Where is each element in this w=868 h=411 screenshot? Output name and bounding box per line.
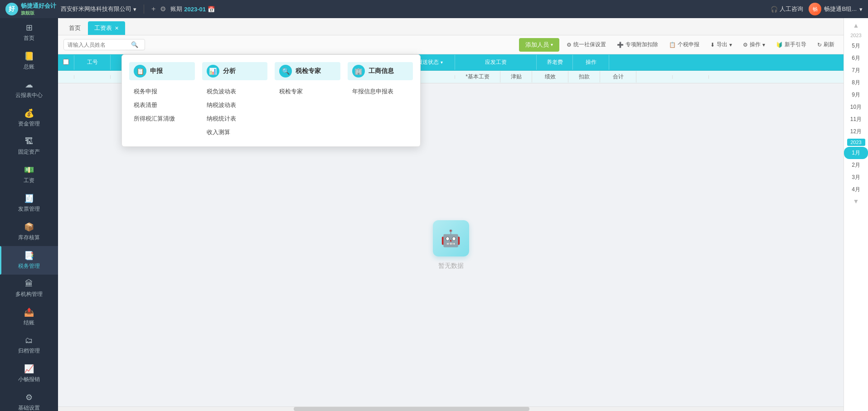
multi-icon: 🏛 (25, 279, 33, 289)
th-checkbox[interactable] (58, 55, 74, 70)
th-perf: 绩效 (532, 71, 568, 82)
dropdown-item-income-forecast[interactable]: 收入测算 (202, 126, 268, 139)
right-panel-up[interactable]: ▲ (851, 20, 861, 31)
sidebar-item-archive[interactable]: 🗂 归档管理 (0, 331, 58, 359)
right-panel: ▲ 2023 5月 6月 7月 8月 9月 10月 11月 12月 2023 1… (844, 18, 868, 411)
dropdown-item-tax-statistics[interactable]: 纳税统计表 (202, 112, 268, 126)
dropdown-section-shenban: 📋 申报 税务申报 税表清册 所得税汇算清缴 (129, 62, 195, 139)
select-all-checkbox[interactable] (63, 59, 69, 65)
sidebar-item-fund[interactable]: 💰 资金管理 (0, 104, 58, 132)
add-dropdown-icon: ▾ (551, 42, 553, 47)
tab-salary[interactable]: 工资表 ✕ (88, 21, 125, 35)
section-title-fenxi: 📊 分析 (202, 62, 268, 80)
section-title-gongshang: 🏢 工商信息 (348, 62, 413, 80)
th-sub-num (74, 75, 111, 79)
dropdown-section-zhuanjia: 🔍 税检专家 税检专家 (275, 62, 340, 139)
gongshang-icon: 🏢 (352, 65, 365, 77)
sidebar-item-tax[interactable]: 📑 税务管理 (0, 246, 58, 275)
add-person-button[interactable]: 添加人员 ▾ (519, 38, 559, 52)
dropdown-item-tax-payment-fluctuation[interactable]: 纳税波动表 (202, 98, 268, 112)
month-2023-10[interactable]: 10月 (844, 101, 868, 113)
export-btn[interactable]: ⬇ 导出 ▾ (707, 39, 736, 50)
user-menu[interactable]: 畅 畅捷通B组... ▾ (809, 3, 863, 15)
th-base: *基本工资 (455, 71, 500, 82)
month-2023-11[interactable]: 11月 (844, 113, 868, 126)
search-input[interactable] (68, 42, 131, 48)
guide-btn[interactable]: 🔰 新手引导 (772, 39, 810, 50)
tax-report-btn[interactable]: 📋 个税申报 (665, 39, 703, 50)
company-selector[interactable]: 西安虾米网络科技有限公司 ▾ (61, 5, 136, 13)
tab-home[interactable]: 首页 (63, 21, 87, 35)
sidebar-item-invoice[interactable]: 🧾 发票管理 (0, 189, 58, 218)
th-op-sub (673, 75, 709, 79)
month-2023-12[interactable]: 12月 (844, 126, 868, 138)
logo-icon: 好 (5, 3, 18, 15)
search-box[interactable]: 🔍 (63, 39, 145, 50)
dropdown-item-tax-table[interactable]: 税表清册 (129, 98, 195, 112)
operation-btn[interactable]: ⚙ 操作 ▾ (739, 39, 769, 50)
th-pension: 养老费 (537, 55, 573, 70)
tab-close-salary[interactable]: ✕ (115, 25, 119, 31)
dropdown-item-tax-report[interactable]: 税务申报 (129, 85, 195, 98)
th-pension-sub (636, 75, 673, 79)
scroll-thumb[interactable] (294, 407, 529, 411)
toolbar: 🔍 添加人员 ▾ ⚙ 统一社保设置 ➕ 专项附加扣除 📋 个税申报 ⬇ 导出 (58, 35, 844, 54)
section-title-zhuanjia: 🔍 税检专家 (275, 62, 340, 80)
month-2023-6[interactable]: 6月 (844, 52, 868, 64)
logo-text: 畅捷通好会计 旗舰版 (21, 2, 56, 16)
sidebar: ⊞ 首页 📒 总账 ☁ 云报表中心 💰 资金管理 🏗 固定资产 💵 工资 🧾 发… (0, 18, 58, 411)
support-btn[interactable]: 🎧 人工咨询 (771, 5, 803, 13)
settings-button[interactable]: ⚙ (160, 5, 166, 13)
th-total: 合计 (600, 71, 636, 82)
home-icon: ⊞ (26, 23, 33, 33)
inventory-icon: 📦 (24, 222, 34, 232)
shenban-icon: 📋 (134, 65, 146, 77)
sidebar-item-ledger[interactable]: 📒 总账 (0, 47, 58, 75)
month-2023-1[interactable]: 1月 (844, 147, 868, 159)
dropdown-item-tax-fluctuation[interactable]: 税负波动表 (202, 85, 268, 98)
month-2023-9[interactable]: 9月 (844, 89, 868, 101)
avatar: 畅 (809, 3, 821, 15)
salary-icon: 💵 (24, 165, 34, 175)
month-2025-4[interactable]: 4月 (844, 184, 868, 196)
sidebar-item-report[interactable]: 📈 小畅报销 (0, 359, 58, 388)
month-2025-2[interactable]: 2月 (844, 159, 868, 171)
add-button[interactable]: + (151, 5, 155, 13)
refresh-btn[interactable]: ↻ 刷新 (814, 39, 838, 50)
zhuanjia-icon: 🔍 (279, 65, 292, 77)
th-num: 工号 (74, 55, 111, 70)
special-deduct-btn[interactable]: ➕ 专项附加扣除 (613, 39, 662, 50)
month-2023-8[interactable]: 8月 (844, 77, 868, 89)
fenxi-icon: 📊 (207, 65, 219, 77)
sidebar-item-settings[interactable]: ⚙ 基础设置 (0, 388, 58, 411)
period-selector[interactable]: 账期 2023-01 📅 (170, 5, 215, 13)
dropdown-item-annual-report[interactable]: 年报信息申报表 (348, 85, 413, 98)
th-allowance: 津贴 (500, 71, 532, 82)
dropdown-section-fenxi: 📊 分析 税负波动表 纳税波动表 纳税统计表 收入测算 (202, 62, 268, 139)
assets-icon: 🏗 (25, 137, 33, 146)
scroll-track[interactable] (58, 406, 844, 411)
sidebar-item-home[interactable]: ⊞ 首页 (0, 18, 58, 47)
sidebar-item-assets[interactable]: 🏗 固定资产 (0, 132, 58, 160)
app-logo: 好 畅捷通好会计 旗舰版 (5, 2, 56, 16)
month-2023-5[interactable]: 5月 (844, 40, 868, 52)
social-settings-btn[interactable]: ⚙ 统一社保设置 (563, 39, 610, 50)
empty-icon: 🤖 (433, 220, 469, 256)
dropdown-item-tax-expert[interactable]: 税检专家 (275, 85, 340, 98)
ledger-icon: 📒 (24, 51, 34, 61)
month-2025-3[interactable]: 3月 (844, 171, 868, 184)
archive-icon: 🗂 (25, 336, 33, 345)
invoice-icon: 🧾 (24, 193, 34, 203)
sidebar-item-inventory[interactable]: 📦 库存核算 (0, 218, 58, 246)
dropdown-item-income-tax[interactable]: 所得税汇算清缴 (129, 112, 195, 126)
settings-icon: ⚙ (25, 392, 33, 402)
sidebar-item-multi[interactable]: 🏛 多机构管理 (0, 275, 58, 303)
main-layout: ⊞ 首页 📒 总账 ☁ 云报表中心 💰 资金管理 🏗 固定资产 💵 工资 🧾 发… (0, 18, 868, 411)
sidebar-item-checkout[interactable]: 📤 结账 (0, 303, 58, 331)
sidebar-item-cloud[interactable]: ☁ 云报表中心 (0, 75, 58, 104)
th-deduct: 扣款 (568, 71, 600, 82)
month-2023-7[interactable]: 7月 (844, 64, 868, 77)
sidebar-item-salary[interactable]: 💵 工资 (0, 160, 58, 189)
report-icon: 📈 (24, 364, 34, 374)
right-panel-down[interactable]: ▼ (851, 196, 861, 207)
